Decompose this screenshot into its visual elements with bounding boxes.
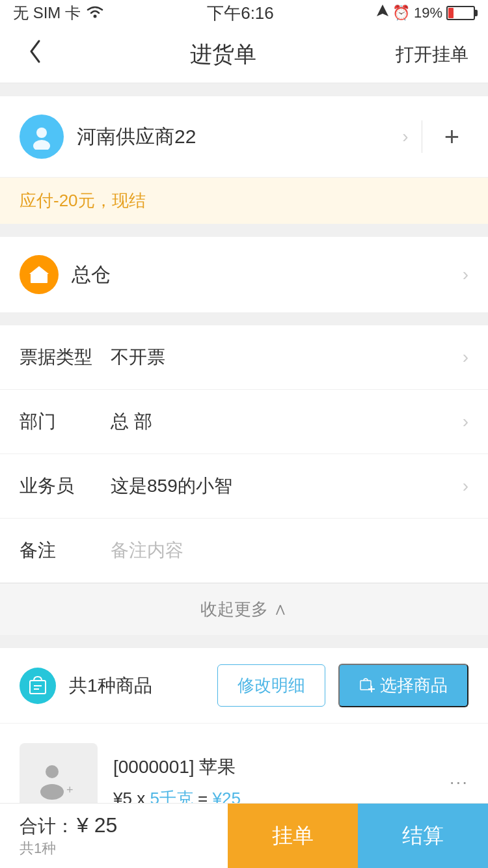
back-button[interactable]	[20, 31, 51, 78]
svg-marker-1	[377, 5, 388, 16]
edit-detail-button[interactable]: 修改明细	[217, 664, 325, 707]
select-product-button[interactable]: 选择商品	[338, 664, 468, 707]
supplier-name: 河南供应商22	[77, 124, 396, 150]
warehouse-section: 总仓 ›	[0, 237, 488, 312]
gap-2	[0, 224, 488, 237]
supplier-divider	[422, 120, 422, 153]
salesperson-value: 这是859的小智	[98, 474, 456, 498]
total-count: 共1种	[20, 839, 208, 858]
alarm-icon: ⏰	[392, 5, 410, 21]
svg-text:+: +	[66, 783, 74, 796]
supplier-avatar	[20, 115, 64, 159]
salesperson-chevron-icon: ›	[463, 476, 468, 496]
checkout-button[interactable]: 结算	[358, 804, 488, 868]
product-info: [0000001] 苹果 ¥5 x 5千克 = ¥25	[113, 755, 434, 810]
department-row[interactable]: 部门 总 部 ›	[0, 390, 488, 454]
ticket-type-label: 票据类型	[20, 345, 98, 370]
svg-point-13	[46, 765, 59, 778]
status-left: 无 SIM 卡	[13, 3, 104, 23]
department-chevron-icon: ›	[463, 411, 468, 432]
department-label: 部门	[20, 409, 98, 434]
products-icon	[20, 668, 56, 704]
status-right: ⏰ 19%	[377, 5, 475, 21]
collapse-button[interactable]: 收起更多 ∧	[0, 583, 488, 635]
form-section: 票据类型 不开票 › 部门 总 部 › 业务员 这是859的小智 › 备注 备注…	[0, 325, 488, 635]
ticket-type-chevron-icon: ›	[463, 347, 468, 368]
gps-icon	[377, 5, 388, 21]
gap-1	[0, 83, 488, 96]
battery-icon	[446, 6, 475, 20]
battery-text: 19%	[414, 5, 442, 21]
total-section: 合计： ¥ 25 共1种	[0, 804, 228, 868]
nav-bar: 进货单 打开挂单	[0, 26, 488, 83]
hang-button[interactable]: 挂单	[228, 804, 358, 868]
svg-marker-5	[29, 266, 49, 274]
warehouse-name: 总仓	[72, 262, 456, 288]
bottom-bar: 合计： ¥ 25 共1种 挂单 结算	[0, 803, 488, 868]
product-more-button[interactable]: ···	[450, 772, 468, 793]
svg-point-14	[40, 784, 64, 800]
product-code: [0000001]	[113, 757, 199, 777]
svg-rect-6	[36, 277, 42, 283]
supplier-notice: 应付-20元，现结	[0, 178, 488, 224]
status-time: 下午6:16	[207, 2, 274, 25]
salesperson-label: 业务员	[20, 474, 98, 498]
remark-row[interactable]: 备注 备注内容	[0, 519, 488, 583]
total-amount: ¥ 25	[77, 813, 117, 837]
add-supplier-button[interactable]: +	[435, 116, 468, 158]
supplier-section: 河南供应商22 › + 应付-20元，现结	[0, 96, 488, 224]
supplier-chevron-icon: ›	[402, 126, 408, 147]
battery-fill	[448, 8, 454, 18]
supplier-row[interactable]: 河南供应商22 › +	[0, 96, 488, 178]
remark-label: 备注	[20, 538, 98, 563]
ticket-type-row[interactable]: 票据类型 不开票 ›	[0, 325, 488, 390]
total-label: 合计：	[20, 814, 74, 839]
warehouse-row[interactable]: 总仓 ›	[0, 237, 488, 312]
gap-3	[0, 312, 488, 325]
select-product-label: 选择商品	[380, 674, 448, 697]
svg-point-3	[33, 140, 50, 150]
salesperson-row[interactable]: 业务员 这是859的小智 ›	[0, 454, 488, 519]
carrier-text: 无 SIM 卡	[13, 3, 81, 23]
ticket-type-value: 不开票	[98, 345, 456, 370]
remark-placeholder: 备注内容	[98, 538, 468, 563]
svg-rect-7	[30, 681, 46, 694]
wifi-icon	[86, 4, 104, 22]
open-pending-button[interactable]: 打开挂单	[396, 42, 468, 67]
svg-point-0	[94, 15, 97, 18]
products-header: 共1种商品 修改明细 选择商品	[0, 648, 488, 723]
warehouse-icon	[20, 255, 59, 294]
product-title: 苹果	[199, 757, 236, 777]
page-title: 进货单	[190, 40, 256, 70]
svg-point-2	[36, 128, 47, 138]
products-count: 共1种商品	[69, 673, 204, 698]
warehouse-chevron-icon: ›	[463, 264, 468, 285]
svg-rect-10	[360, 681, 371, 690]
product-name: [0000001] 苹果	[113, 755, 434, 780]
status-bar: 无 SIM 卡 下午6:16 ⏰ 19%	[0, 0, 488, 26]
department-value: 总 部	[98, 409, 456, 434]
